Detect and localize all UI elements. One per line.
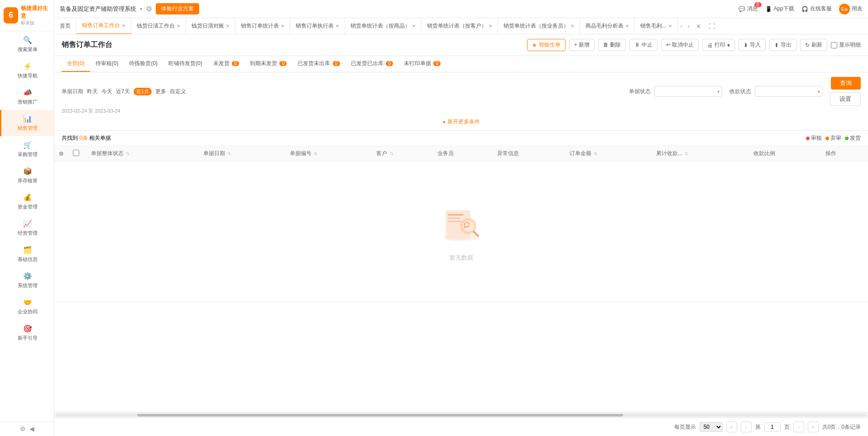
smart-order-btn[interactable]: ★ 智能生单 — [527, 39, 566, 51]
tabs-nav-next[interactable]: › — [685, 18, 692, 34]
filter-date-yesterday[interactable]: 昨天 — [87, 88, 98, 95]
select-all-checkbox[interactable] — [73, 150, 79, 156]
page-label: 页 — [784, 423, 790, 431]
tab-cash-daily[interactable]: 钱货日清工作台 ✕ — [131, 18, 186, 34]
review-btn[interactable]: 审核 — [806, 134, 822, 142]
scroll-thumb[interactable] — [137, 414, 623, 417]
topbar-user[interactable]: Ea 用友 — [839, 4, 863, 14]
tab-sales-exec[interactable]: 销售订单执行表 ✕ — [290, 18, 345, 34]
filter-status-select[interactable] — [654, 86, 722, 97]
tab-cash-reconcile[interactable]: 钱货日清对账 ✕ — [186, 18, 235, 34]
filter-date-last1m[interactable]: 近1月 — [134, 88, 152, 95]
cancel-review-btn[interactable]: 弃审 — [825, 134, 841, 142]
sub-tab-not-printed[interactable]: 未打印单据 0 — [398, 56, 446, 72]
tab-close-icon[interactable]: ✕ — [336, 24, 339, 28]
collapse-icon[interactable]: ◀ — [29, 425, 34, 432]
tab-close-icon[interactable]: ✕ — [177, 24, 180, 28]
topbar-online-service[interactable]: 🎧 在线客服 — [801, 5, 832, 13]
tab-close-icon[interactable]: ✕ — [625, 24, 629, 28]
settings-bottom-icon[interactable]: ⚙ — [20, 425, 26, 432]
tab-goods-stats-customer[interactable]: 销货单统计表（按客户） ✕ — [422, 18, 498, 34]
filter-date-custom[interactable]: 自定义 — [170, 88, 186, 95]
trial-btn[interactable]: 体验行业方案 — [156, 3, 199, 14]
sort-icon[interactable]: ⇅ — [685, 151, 688, 156]
topbar-message[interactable]: 💬 消息 6 — [739, 5, 758, 13]
sidebar-item-finance[interactable]: 💰 资金管理 — [0, 189, 54, 215]
tabs-close-all[interactable]: ✕ — [692, 18, 705, 34]
sub-tab-shipped-out[interactable]: 已发货已出库 0 — [345, 56, 398, 72]
sort-icon[interactable]: ⇅ — [314, 151, 317, 156]
sidebar-item-operations[interactable]: 📈 经营管理 — [0, 215, 54, 241]
sub-tab-pending-inspect[interactable]: 待拣验货(0) — [124, 56, 163, 72]
tab-close-icon[interactable]: ✕ — [571, 24, 574, 28]
import-btn[interactable]: ⬇ 导入 — [739, 39, 766, 51]
refresh-btn[interactable]: ↻ 刷新 — [800, 39, 827, 51]
tab-sales-workbench[interactable]: 销售订单工作台 ✕ — [77, 18, 131, 34]
filter-payment-select[interactable] — [755, 86, 823, 97]
filter-date-today[interactable]: 今天 — [101, 88, 112, 95]
filter-date-last7[interactable]: 近7天 — [116, 88, 130, 95]
tab-product-margin[interactable]: 商品毛利分析表 ✕ — [580, 18, 635, 34]
sidebar-item-enterprise[interactable]: 🤝 企业协同 — [0, 294, 54, 320]
cancel-pause-btn[interactable]: ↩ 取消中止 — [661, 39, 699, 51]
ship-btn[interactable]: 发货 — [845, 134, 861, 142]
pause-btn[interactable]: ⏸ 中止 — [629, 39, 657, 51]
first-page-btn[interactable]: « — [726, 422, 737, 432]
tab-goods-stats-product[interactable]: 销货单统计表（按商品） ✕ — [345, 18, 422, 34]
per-page-select[interactable]: 50 10 20 100 — [700, 422, 723, 432]
page-input[interactable] — [764, 422, 781, 431]
sidebar-item-sales[interactable]: 📊 销售管理 — [0, 110, 54, 136]
sidebar-item-basic-info[interactable]: 🗂️ 基础信息 — [0, 241, 54, 267]
query-btn[interactable]: 查询 — [831, 77, 861, 90]
tabs-nav-prev[interactable]: ‹ — [678, 18, 685, 34]
topbar-settings-icon[interactable]: ⚙ — [146, 5, 152, 13]
delete-btn[interactable]: 🗑 删除 — [598, 39, 626, 51]
filter-expand-btn[interactable]: ▾ 展开更多条件 — [443, 118, 480, 126]
horizontal-scroll[interactable] — [54, 412, 868, 417]
sort-icon[interactable]: ⇅ — [126, 151, 129, 156]
last-page-btn[interactable]: » — [808, 422, 819, 432]
sub-tab-all[interactable]: 全部(0) — [62, 56, 90, 72]
tab-close-icon[interactable]: ✕ — [281, 24, 284, 28]
sidebar-item-guide[interactable]: 🎯 新手引导 — [0, 320, 54, 346]
tab-home[interactable]: 首页 — [54, 18, 77, 34]
tab-sales-more[interactable]: 销售毛利... ✕ — [635, 18, 678, 34]
sidebar-item-marketing[interactable]: 📣 营销推广 — [0, 84, 54, 110]
prev-page-btn[interactable]: ‹ — [741, 422, 752, 432]
sub-tab-overdue-not-shipped[interactable]: 到期未发货 0 — [245, 56, 292, 72]
sidebar-item-quick-nav[interactable]: ⚡ 快捷导航 — [0, 57, 54, 84]
scroll-track[interactable] — [56, 414, 866, 417]
next-page-btn[interactable]: › — [793, 422, 804, 432]
tab-close-icon[interactable]: ✕ — [122, 23, 125, 28]
tab-goods-stats-staff[interactable]: 销货单统计表（按业务员） ✕ — [498, 18, 580, 34]
sidebar-item-search[interactable]: 🔍 搜索菜单 — [0, 31, 54, 57]
topbar-app-download[interactable]: 📱 App下载 — [765, 5, 794, 13]
sidebar-item-system[interactable]: ⚙️ 系统管理 — [0, 267, 54, 294]
show-detail-checkbox[interactable]: 显示明细 — [831, 41, 861, 49]
tab-sales-stats[interactable]: 销售订单统计表 ✕ — [235, 18, 290, 34]
filter-date-more[interactable]: 更多 — [155, 88, 166, 95]
topbar-dropdown-icon[interactable]: ▾ — [140, 6, 142, 11]
sub-tab-not-shipped[interactable]: 未发货 0 — [208, 56, 245, 72]
sub-tab-shipped-not-out[interactable]: 已发货未出库 0 — [292, 56, 345, 72]
tab-close-icon[interactable]: ✕ — [668, 24, 672, 28]
set-btn[interactable]: 设置 — [830, 92, 861, 106]
sidebar-item-purchase[interactable]: 🛒 采购管理 — [0, 136, 54, 162]
export-btn[interactable]: ⬆ 导出 — [769, 39, 796, 51]
column-settings-icon[interactable]: ⚙ — [59, 151, 64, 157]
sub-tab-pending-review[interactable]: 待审核(0) — [90, 56, 124, 72]
tab-close-icon[interactable]: ✕ — [226, 24, 230, 28]
tab-sales-exec-label: 销售订单执行表 — [296, 22, 334, 30]
print-btn[interactable]: 🖨 打印 ▾ — [702, 39, 735, 51]
sub-tab-wangpu-ship[interactable]: 旺铺待发货(0) — [163, 56, 208, 72]
show-detail-input[interactable] — [831, 42, 837, 48]
print-dropdown-icon[interactable]: ▾ — [727, 42, 730, 48]
sort-icon[interactable]: ⇅ — [390, 151, 393, 156]
tab-close-icon[interactable]: ✕ — [412, 24, 416, 28]
tab-close-icon[interactable]: ✕ — [489, 24, 492, 28]
sort-icon[interactable]: ⇅ — [594, 151, 597, 156]
tabs-expand[interactable]: ⛶ — [705, 18, 719, 34]
sort-icon[interactable]: ⇅ — [227, 151, 231, 156]
sidebar-item-inventory[interactable]: 📦 库存核算 — [0, 162, 54, 189]
add-btn[interactable]: + 新增 — [569, 39, 595, 51]
